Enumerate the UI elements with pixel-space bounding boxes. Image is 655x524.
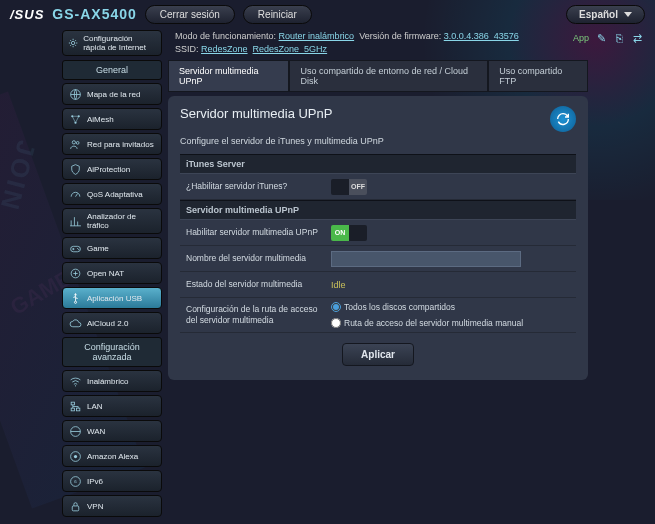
itunes-enable-label: ¿Habilitar servidor iTunes? bbox=[186, 181, 331, 192]
brand-logo: /SUS GS-AX5400 bbox=[10, 3, 137, 25]
ssid1-link[interactable]: RedesZone bbox=[201, 44, 248, 54]
sidebar-item-network-map[interactable]: Mapa de la red bbox=[62, 83, 162, 105]
apply-button[interactable]: Aplicar bbox=[342, 343, 414, 366]
svg-rect-14 bbox=[71, 408, 74, 411]
sidebar-item-qos[interactable]: QoS Adaptativa bbox=[62, 183, 162, 205]
svg-rect-13 bbox=[76, 408, 79, 411]
sidebar-item-aicloud[interactable]: AiCloud 2.0 bbox=[62, 312, 162, 334]
ipv6-icon: 6 bbox=[69, 475, 82, 488]
app-link[interactable]: App bbox=[573, 33, 589, 43]
lan-icon bbox=[69, 400, 82, 413]
gauge-icon bbox=[69, 188, 82, 201]
tab-ftp[interactable]: Uso compartido FTP bbox=[488, 60, 588, 92]
ssid2-link[interactable]: RedesZone_5GHz bbox=[253, 44, 328, 54]
section-itunes: iTunes Server bbox=[180, 154, 576, 174]
upnp-enable-label: Habilitar servidor multimedia UPnP bbox=[186, 227, 331, 238]
feedback-icon[interactable]: ✎ bbox=[595, 32, 607, 44]
svg-rect-7 bbox=[70, 246, 80, 251]
cloud-icon bbox=[69, 317, 82, 330]
sidebar-item-wireless[interactable]: Inalámbrico bbox=[62, 370, 162, 392]
svg-point-6 bbox=[76, 141, 79, 144]
sidebar-item-traffic[interactable]: Analizador de tráfico bbox=[62, 208, 162, 234]
svg-text:6: 6 bbox=[74, 479, 77, 484]
server-name-label: Nombre del servidor multimedia bbox=[186, 253, 331, 264]
shield-icon bbox=[69, 163, 82, 176]
svg-rect-20 bbox=[72, 505, 79, 510]
sidebar-item-aimesh[interactable]: AiMesh bbox=[62, 108, 162, 130]
sidebar-advanced-header: Configuración avanzada bbox=[62, 337, 162, 367]
svg-point-9 bbox=[78, 249, 79, 250]
link-icon[interactable]: ⇄ bbox=[631, 32, 643, 44]
sidebar: General Mapa de la red AiMesh Red para i… bbox=[62, 60, 162, 517]
mesh-icon bbox=[69, 113, 82, 126]
nat-icon bbox=[69, 267, 82, 280]
sidebar-item-aiprotection[interactable]: AiProtection bbox=[62, 158, 162, 180]
lock-icon bbox=[69, 500, 82, 513]
settings-panel: Servidor multimedia UPnP Configure el se… bbox=[168, 96, 588, 380]
chart-icon bbox=[69, 215, 82, 228]
usb-icon bbox=[69, 292, 82, 305]
tab-upnp[interactable]: Servidor multimedia UPnP bbox=[168, 60, 289, 92]
svg-rect-12 bbox=[71, 402, 74, 405]
users-icon bbox=[69, 138, 82, 151]
svg-point-17 bbox=[73, 454, 76, 457]
wan-icon bbox=[69, 425, 82, 438]
sidebar-item-usb-app[interactable]: Aplicación USB bbox=[62, 287, 162, 309]
upnp-toggle[interactable]: ON bbox=[331, 225, 367, 241]
itunes-toggle[interactable]: OFF bbox=[331, 179, 367, 195]
media-path-label: Configuración de la ruta de acceso del s… bbox=[186, 304, 331, 326]
svg-point-8 bbox=[77, 247, 78, 248]
gamepad-icon bbox=[69, 242, 82, 255]
svg-point-11 bbox=[74, 385, 75, 386]
sidebar-item-wan[interactable]: WAN bbox=[62, 420, 162, 442]
logout-button[interactable]: Cerrar sesión bbox=[145, 5, 235, 24]
refresh-button[interactable] bbox=[550, 106, 576, 132]
panel-subtitle: Configure el servidor de iTunes y multim… bbox=[180, 136, 576, 146]
chevron-down-icon bbox=[624, 12, 632, 17]
sidebar-item-vpn[interactable]: VPN bbox=[62, 495, 162, 517]
tab-bar: Servidor multimedia UPnP Uso compartido … bbox=[168, 60, 588, 92]
sidebar-item-ipv6[interactable]: 6 IPv6 bbox=[62, 470, 162, 492]
section-upnp: Servidor multimedia UPnP bbox=[180, 200, 576, 220]
language-select[interactable]: Español bbox=[566, 5, 645, 24]
alexa-icon bbox=[69, 450, 82, 463]
sidebar-item-alexa[interactable]: Amazon Alexa bbox=[62, 445, 162, 467]
sidebar-item-game[interactable]: Game bbox=[62, 237, 162, 259]
tab-network-share[interactable]: Uso compartido de entorno de red / Cloud… bbox=[289, 60, 488, 92]
refresh-icon bbox=[555, 111, 571, 127]
radio-all-disks[interactable]: Todos los discos compartidos bbox=[331, 302, 455, 312]
sidebar-general-header: General bbox=[62, 60, 162, 80]
usb-icon[interactable]: ⎘ bbox=[613, 32, 625, 44]
sidebar-item-lan[interactable]: LAN bbox=[62, 395, 162, 417]
server-status-label: Estado del servidor multimedia bbox=[186, 279, 331, 290]
sidebar-item-guest[interactable]: Red para invitados bbox=[62, 133, 162, 155]
svg-point-5 bbox=[72, 140, 75, 143]
mode-link[interactable]: Router inalámbrico bbox=[279, 31, 355, 41]
panel-title: Servidor multimedia UPnP bbox=[180, 106, 332, 121]
wifi-icon bbox=[69, 375, 82, 388]
globe-icon bbox=[69, 88, 82, 101]
firmware-link[interactable]: 3.0.0.4.386_43576 bbox=[444, 31, 519, 41]
server-name-input[interactable] bbox=[331, 251, 521, 267]
radio-manual-path[interactable]: Ruta de acceso del servidor multimedia m… bbox=[331, 318, 523, 328]
sidebar-item-opennat[interactable]: Open NAT bbox=[62, 262, 162, 284]
server-status-value: Idle bbox=[331, 280, 346, 290]
reboot-button[interactable]: Reiniciar bbox=[243, 5, 312, 24]
